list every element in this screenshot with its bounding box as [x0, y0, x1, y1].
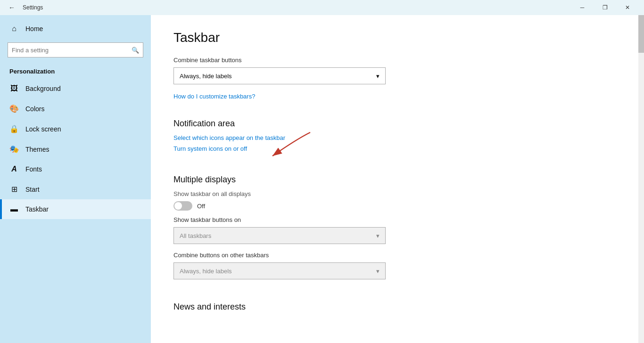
scrollbar-thumb[interactable] — [638, 15, 644, 53]
maximize-button[interactable]: ❐ — [594, 0, 616, 15]
page-title: Taskbar — [173, 30, 621, 45]
sidebar-item-background[interactable]: 🖼 Background — [0, 79, 151, 98]
news-interests-heading: News and interests — [173, 302, 621, 312]
sidebar-item-taskbar[interactable]: ▬ Taskbar — [0, 199, 151, 219]
title-bar-controls: ─ ❐ ✕ — [571, 0, 638, 15]
title-bar-title: Settings — [23, 4, 43, 11]
sidebar-item-themes[interactable]: 🎭 Themes — [0, 139, 151, 159]
title-bar-left: ← Settings — [6, 3, 571, 12]
show-taskbar-toggle-label: Off — [197, 203, 205, 210]
turn-system-icons-link[interactable]: Turn system icons on or off — [173, 145, 247, 152]
show-taskbar-buttons-chevron-icon: ▾ — [376, 232, 380, 239]
sidebar-home-label: Home — [25, 25, 43, 33]
combine-buttons-chevron-icon: ▾ — [376, 73, 380, 80]
minimize-button[interactable]: ─ — [571, 0, 593, 15]
themes-icon: 🎭 — [9, 145, 19, 154]
sidebar-start-label: Start — [25, 186, 40, 193]
fonts-icon: A — [9, 165, 19, 173]
personalization-label: Personalization — [0, 61, 151, 79]
sidebar-item-start[interactable]: ⊞ Start — [0, 179, 151, 199]
show-taskbar-buttons-value: All taskbars — [180, 232, 211, 239]
start-icon: ⊞ — [9, 185, 19, 194]
combine-buttons-label: Combine taskbar buttons — [173, 57, 621, 64]
show-taskbar-toggle-row: Off — [173, 201, 621, 211]
sidebar-item-fonts[interactable]: A Fonts — [0, 159, 151, 179]
main-content: Taskbar Combine taskbar buttons Always, … — [151, 15, 644, 343]
multiple-displays-heading: Multiple displays — [173, 175, 621, 185]
notification-area-heading: Notification area — [173, 119, 621, 129]
sidebar-item-home[interactable]: ⌂ Home — [0, 19, 151, 39]
search-input[interactable] — [8, 47, 128, 54]
background-icon: 🖼 — [9, 84, 19, 93]
sidebar-taskbar-label: Taskbar — [25, 205, 49, 213]
sidebar-themes-label: Themes — [25, 146, 50, 153]
customize-taskbars-link[interactable]: How do I customize taskbars? — [173, 93, 255, 100]
sidebar-colors-label: Colors — [25, 105, 44, 113]
title-bar: ← Settings ─ ❐ ✕ — [0, 0, 644, 15]
show-taskbar-all-label: Show taskbar on all displays — [173, 190, 621, 197]
scrollbar-track — [638, 15, 644, 343]
taskbar-icon: ▬ — [9, 205, 19, 213]
combine-other-value: Always, hide labels — [180, 268, 232, 275]
combine-buttons-dropdown[interactable]: Always, hide labels ▾ — [173, 67, 386, 84]
app-body: ⌂ Home 🔍 Personalization 🖼 Background 🎨 … — [0, 15, 644, 343]
close-button[interactable]: ✕ — [617, 0, 638, 15]
combine-other-chevron-icon: ▾ — [376, 268, 380, 275]
show-taskbar-toggle[interactable] — [173, 201, 192, 211]
show-taskbar-buttons-label: Show taskbar buttons on — [173, 216, 621, 223]
combine-other-dropdown[interactable]: Always, hide labels ▾ — [173, 262, 386, 279]
search-container: 🔍 — [0, 39, 151, 61]
show-taskbar-buttons-dropdown[interactable]: All taskbars ▾ — [173, 227, 386, 244]
sidebar: ⌂ Home 🔍 Personalization 🖼 Background 🎨 … — [0, 15, 151, 343]
sidebar-item-lock-screen[interactable]: 🔒 Lock screen — [0, 119, 151, 139]
sidebar-item-colors[interactable]: 🎨 Colors — [0, 98, 151, 119]
toggle-knob — [174, 202, 182, 210]
sidebar-fonts-label: Fonts — [25, 165, 42, 173]
colors-icon: 🎨 — [9, 104, 19, 113]
combine-other-label: Combine buttons on other taskbars — [173, 252, 621, 259]
select-icons-link[interactable]: Select which icons appear on the taskbar — [173, 134, 621, 141]
search-box: 🔍 — [8, 42, 143, 57]
search-button[interactable]: 🔍 — [128, 42, 143, 57]
home-icon: ⌂ — [9, 24, 19, 33]
lock-icon: 🔒 — [9, 124, 19, 133]
sidebar-lock-label: Lock screen — [25, 125, 61, 133]
sidebar-background-label: Background — [25, 85, 61, 92]
back-button[interactable]: ← — [6, 3, 18, 12]
combine-buttons-value: Always, hide labels — [180, 73, 232, 80]
